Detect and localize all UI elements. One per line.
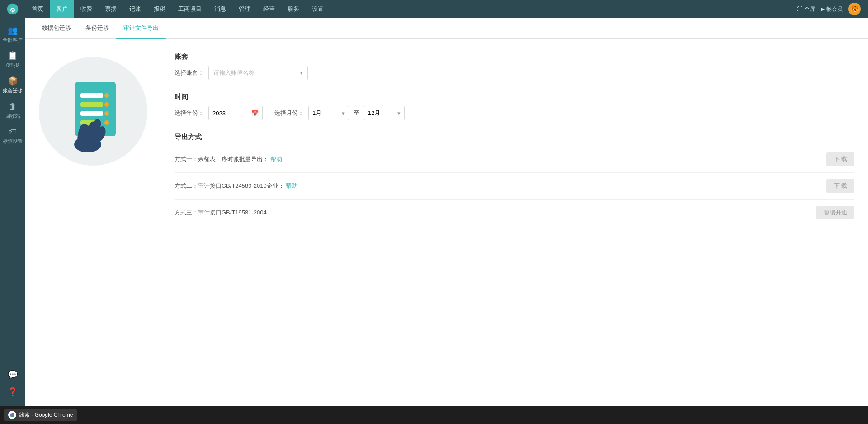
sidebar-item-tag-settings[interactable]: 🏷 标签设置	[0, 123, 25, 148]
to-text: 至	[354, 109, 359, 117]
month-to-select[interactable]: 12月 ▾	[364, 106, 405, 120]
month-from-select[interactable]: 1月 ▾	[308, 106, 349, 120]
svg-rect-4	[80, 102, 103, 107]
nav-customer[interactable]: 客户	[50, 0, 74, 18]
sidebar-item-help[interactable]: ❓	[0, 383, 25, 400]
time-section: 时间 选择年份： 2023 📅 选择月份： 1月 ▾ 至	[175, 93, 854, 120]
sidebar-label-zero: 0申报	[6, 62, 19, 69]
content-area: 数据包迁移 备份迁移 审计文件导出	[25, 18, 868, 406]
sidebar-item-migration[interactable]: 📦 账套迁移	[0, 72, 25, 98]
member-icon: ▶	[821, 6, 825, 12]
month-from-arrow: ▾	[342, 110, 345, 117]
nav-message[interactable]: 消息	[208, 0, 232, 18]
tab-audit-export[interactable]: 审计文件导出	[116, 18, 166, 39]
sidebar-item-zero-declaration[interactable]: 📋 0申报	[0, 47, 25, 72]
top-nav: 首页 客户 收费 票据 记账 报税 工商项目 消息 管理 经营 服务 设置 ⛶ …	[0, 0, 868, 18]
export-method-3-open-btn[interactable]: 暂缓开通	[816, 206, 854, 219]
nav-items: 首页 客户 收费 票据 记账 报税 工商项目 消息 管理 经营 服务 设置	[25, 0, 797, 18]
sidebar-label-migration: 账套迁移	[3, 87, 23, 94]
chrome-icon	[8, 411, 16, 419]
fullscreen-label: 全屏	[804, 5, 815, 13]
export-method-1-text: 方式一：余额表、序时账批量导出： 帮助	[175, 155, 282, 163]
svg-rect-3	[80, 93, 103, 98]
nav-invoice[interactable]: 票据	[99, 0, 123, 18]
zero-declaration-icon: 📋	[8, 51, 18, 61]
export-title: 导出方式	[175, 133, 854, 142]
svg-point-1	[12, 10, 14, 12]
year-value: 2023	[212, 110, 226, 117]
account-select[interactable]: 请输入账簿名称 ▾	[208, 66, 308, 80]
svg-point-7	[104, 93, 109, 98]
time-row: 选择年份： 2023 📅 选择月份： 1月 ▾ 至 12月	[175, 106, 854, 120]
account-placeholder: 请输入账簿名称	[213, 69, 300, 77]
migration-icon: 📦	[8, 76, 18, 86]
logo[interactable]	[0, 0, 25, 18]
sidebar-label-customers: 全部客户	[3, 37, 23, 43]
customers-icon: 👥	[8, 25, 18, 35]
svg-point-0	[7, 4, 19, 15]
sidebar-item-chat[interactable]: 💬	[0, 366, 25, 383]
nav-manage[interactable]: 管理	[232, 0, 257, 18]
illustration-svg	[57, 68, 129, 154]
page-body: 账套 选择账套： 请输入账簿名称 ▾ 时间 选择年份：	[25, 39, 868, 406]
export-method-2-download-btn[interactable]: 下 载	[826, 179, 854, 193]
month-to-arrow: ▾	[397, 110, 401, 117]
svg-point-10	[104, 120, 109, 125]
account-dropdown-arrow: ▾	[300, 70, 303, 76]
tabs-bar: 数据包迁移 备份迁移 审计文件导出	[25, 18, 868, 39]
member-button[interactable]: ▶ 畅会员	[821, 5, 843, 13]
taskbar-chrome-label: 线索 - Google Chrome	[19, 411, 73, 419]
sidebar-item-recycle[interactable]: 🗑 回收站	[0, 98, 25, 123]
fullscreen-icon: ⛶	[797, 6, 802, 12]
svg-point-9	[104, 111, 109, 116]
calendar-icon: 📅	[251, 110, 259, 117]
account-label: 选择账套：	[175, 69, 204, 77]
top-nav-right: ⛶ 全屏 ▶ 畅会员 🐯	[797, 3, 861, 15]
time-title: 时间	[175, 93, 854, 101]
fullscreen-button[interactable]: ⛶ 全屏	[797, 5, 815, 13]
export-method-2-label: 方式二：审计接口GB/T24589-2010企业：	[175, 182, 284, 189]
sidebar-bottom: 💬 ❓	[0, 366, 25, 406]
sidebar-item-customers[interactable]: 👥 全部客户	[0, 22, 25, 47]
export-method-1: 方式一：余额表、序时账批量导出： 帮助 下 载	[175, 146, 854, 173]
year-input[interactable]: 2023 📅	[208, 106, 263, 120]
export-method-2: 方式二：审计接口GB/T24589-2010企业： 帮助 下 载	[175, 173, 854, 200]
export-method-1-help[interactable]: 帮助	[270, 156, 282, 162]
export-method-1-label: 方式一：余额表、序时账批量导出：	[175, 156, 269, 162]
nav-tax[interactable]: 报税	[147, 0, 172, 18]
export-method-1-download-btn[interactable]: 下 载	[826, 152, 854, 166]
tag-icon: 🏷	[8, 127, 18, 137]
nav-operation[interactable]: 经营	[257, 0, 281, 18]
nav-fee[interactable]: 收费	[74, 0, 99, 18]
help-icon: ❓	[8, 387, 18, 397]
month-to-value: 12月	[368, 109, 380, 117]
export-section: 导出方式 方式一：余额表、序时账批量导出： 帮助 下 载 方式二：审计接口GB/…	[175, 133, 854, 226]
nav-settings[interactable]: 设置	[306, 0, 330, 18]
nav-business[interactable]: 工商项目	[172, 0, 208, 18]
export-method-2-text: 方式二：审计接口GB/T24589-2010企业： 帮助	[175, 182, 297, 190]
form-area: 账套 选择账套： 请输入账簿名称 ▾ 时间 选择年份：	[175, 48, 854, 226]
export-method-2-help[interactable]: 帮助	[286, 182, 297, 189]
sidebar-label-recycle: 回收站	[5, 113, 20, 119]
nav-home[interactable]: 首页	[25, 0, 50, 18]
avatar[interactable]: 🐯	[848, 3, 861, 15]
tab-data-migration[interactable]: 数据包迁移	[34, 18, 78, 39]
export-method-3-label: 方式三：审计接口GB/T19581-2004	[175, 209, 267, 216]
member-label: 畅会员	[826, 5, 843, 13]
account-section: 账套 选择账套： 请输入账簿名称 ▾	[175, 52, 854, 80]
main-container: 👥 全部客户 📋 0申报 📦 账套迁移 🗑 回收站 🏷 标签设置 💬 ❓	[0, 18, 868, 406]
account-title: 账套	[175, 52, 854, 61]
chat-icon: 💬	[8, 370, 18, 380]
sidebar-label-tag: 标签设置	[3, 138, 23, 145]
account-row: 选择账套： 请输入账簿名称 ▾	[175, 66, 854, 80]
export-method-3-text: 方式三：审计接口GB/T19581-2004	[175, 209, 267, 217]
tab-backup-migration[interactable]: 备份迁移	[78, 18, 116, 39]
nav-bookkeeping[interactable]: 记账	[123, 0, 147, 18]
illustration-circle	[39, 57, 147, 166]
recycle-icon: 🗑	[8, 101, 18, 111]
svg-point-8	[104, 102, 109, 107]
nav-service[interactable]: 服务	[281, 0, 306, 18]
illustration-wrap	[39, 48, 147, 166]
export-method-3: 方式三：审计接口GB/T19581-2004 暂缓开通	[175, 200, 854, 226]
taskbar-chrome[interactable]: 线索 - Google Chrome	[4, 409, 77, 421]
